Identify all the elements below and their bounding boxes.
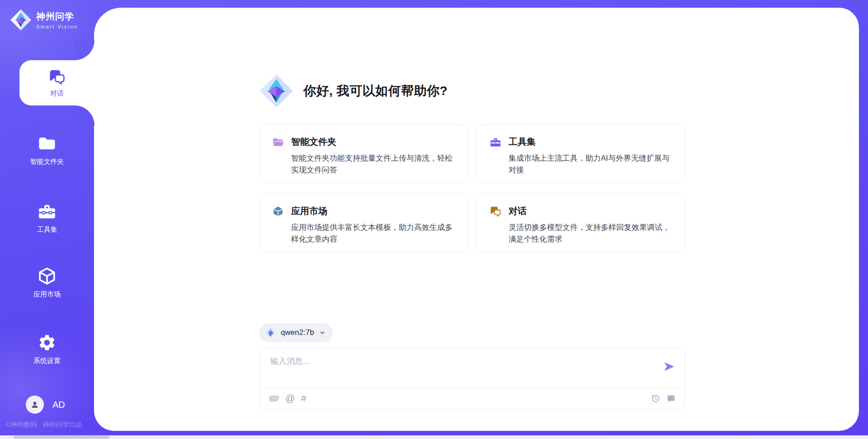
folder-open-icon <box>272 136 284 148</box>
brand-subtitle: Smart Vision <box>36 24 78 29</box>
chat-icon <box>490 205 501 217</box>
sidebar: 神州问学 Smart Vision 对话 智能文件夹 工具集 <box>0 0 94 439</box>
paperclip-icon <box>269 394 279 403</box>
card-title: 工具集 <box>509 136 536 148</box>
card-title: 对话 <box>509 205 527 217</box>
card-app-market[interactable]: 应用市场 应用市场提供丰富长文本模板，助力高效生成多样化文章内容 <box>259 194 468 252</box>
toolbox-icon <box>38 202 57 221</box>
gear-icon <box>38 333 57 352</box>
sidebar-item-settings[interactable]: 系统设置 <box>0 333 94 365</box>
card-title: 智能文件夹 <box>291 136 336 148</box>
sidebar-item-chat[interactable]: 对话 <box>19 60 94 105</box>
main-panel: 你好, 我可以如何帮助你? 智能文件夹 智能文件夹功能支持批量文件上传与清洗，轻… <box>94 8 859 431</box>
card-description: 集成市场上主流工具，助力AI与外界无缝扩展与对接 <box>509 153 672 176</box>
send-icon <box>662 360 676 373</box>
user-account[interactable]: AD <box>26 396 65 414</box>
card-title: 应用市场 <box>291 205 327 217</box>
model-selector[interactable]: qwen2:7b <box>259 323 333 342</box>
chat-icon <box>48 68 66 86</box>
card-chat[interactable]: 对话 灵活切换多模型文件，支持多样回复效果调试，满足个性化需求 <box>476 194 685 252</box>
feature-cards: 智能文件夹 智能文件夹功能支持批量文件上传与清洗，轻松实现文件问答 工具集 集成… <box>259 124 685 252</box>
hash-button[interactable]: # <box>301 393 307 403</box>
person-icon <box>30 400 40 410</box>
brand-diamond-icon <box>259 74 293 108</box>
chat-bubble-icon <box>666 394 676 404</box>
tab-curve-bottom <box>75 105 94 125</box>
history-button[interactable] <box>651 394 660 405</box>
sidebar-item-toolset[interactable]: 工具集 <box>0 202 94 234</box>
avatar <box>26 396 44 414</box>
brand-logo: 神州问学 Smart Vision <box>10 9 78 31</box>
mention-button[interactable]: @ <box>285 393 295 403</box>
folder-icon <box>38 134 57 153</box>
card-description: 应用市场提供丰富长文本模板，助力高效生成多样化文章内容 <box>291 222 455 245</box>
sidebar-item-label: 智能文件夹 <box>30 157 64 166</box>
brand-name: 神州问学 <box>36 10 78 23</box>
user-name: AD <box>52 400 65 410</box>
copyright-text: ©神州数码 · 神州问学出品 <box>6 420 82 429</box>
greeting: 你好, 我可以如何帮助你? <box>259 74 448 108</box>
message-input[interactable] <box>270 356 650 382</box>
brand-diamond-icon <box>10 9 32 31</box>
history-icon <box>651 394 660 403</box>
model-name: qwen2:7b <box>281 328 314 337</box>
sidebar-item-label: 对话 <box>50 89 64 98</box>
tab-curve-top <box>75 40 94 60</box>
card-description: 智能文件夹功能支持批量文件上传与清洗，轻松实现文件问答 <box>291 153 455 176</box>
sidebar-item-label: 工具集 <box>37 225 57 234</box>
scrollbar-thumb[interactable] <box>14 436 109 439</box>
card-smart-folder[interactable]: 智能文件夹 智能文件夹功能支持批量文件上传与清洗，轻松实现文件问答 <box>259 124 468 183</box>
sidebar-item-label: 应用市场 <box>33 290 61 299</box>
send-button[interactable] <box>662 360 676 373</box>
sidebar-item-label: 系统设置 <box>33 357 61 365</box>
card-description: 灵活切换多模型文件，支持多样回复效果调试，满足个性化需求 <box>509 222 672 245</box>
main-content: 你好, 我可以如何帮助你? 智能文件夹 智能文件夹功能支持批量文件上传与清洗，轻… <box>259 8 685 431</box>
sidebar-item-smart-folder[interactable]: 智能文件夹 <box>0 134 94 166</box>
composer-divider <box>259 387 685 388</box>
toolbox-icon <box>490 136 501 148</box>
attach-button[interactable] <box>269 394 279 405</box>
app-cube-icon <box>272 205 284 217</box>
chevron-down-icon <box>319 329 326 336</box>
cube-icon <box>38 267 57 286</box>
card-toolset[interactable]: 工具集 集成市场上主流工具，助力AI与外界无缝扩展与对接 <box>476 124 685 183</box>
horizontal-scrollbar <box>0 435 868 439</box>
message-composer: @ # <box>259 348 685 410</box>
chat-bubble-button[interactable] <box>666 394 676 406</box>
greeting-title: 你好, 我可以如何帮助你? <box>303 82 448 100</box>
brand-diamond-icon <box>265 327 276 339</box>
sidebar-item-app-market[interactable]: 应用市场 <box>0 267 94 299</box>
